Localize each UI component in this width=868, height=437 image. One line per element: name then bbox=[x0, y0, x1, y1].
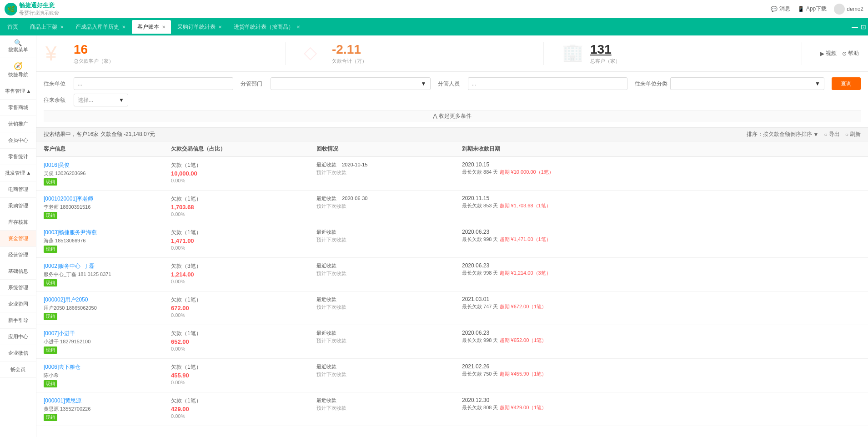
debt-percent: 0.00% bbox=[171, 413, 316, 419]
sidebar-item-system-manage[interactable]: 系统管理 bbox=[0, 280, 36, 296]
sidebar-item-retail-manage[interactable]: 零售管理 ▲ bbox=[0, 83, 36, 100]
customer-name[interactable]: [0003]畅捷服务尹海燕 bbox=[44, 229, 171, 236]
sidebar-item-enterprise-wechat[interactable]: 企业微信 bbox=[0, 345, 36, 362]
results-bar-right: 排序：按欠款金额倒序排序 ▼ ○ 导出 ○ 刷新 bbox=[747, 131, 861, 138]
overdue-link[interactable]: 超期 ¥455.90（1笔） bbox=[500, 371, 547, 377]
sidebar-item-enterprise-collab[interactable]: 企业协同 bbox=[0, 296, 36, 312]
overdue-link[interactable]: 超期 ¥10,000.00（1笔） bbox=[500, 169, 554, 175]
overdue-days: 最长欠款 998 天 超期 ¥652.00（1笔） bbox=[462, 337, 861, 344]
col-recovery: 回收情况 bbox=[316, 145, 462, 153]
tab-close-icon[interactable]: ✕ bbox=[162, 25, 166, 30]
sidebar-item-marketing[interactable]: 营销推广 bbox=[0, 116, 36, 132]
balance-select[interactable]: 选择... ▼ bbox=[74, 94, 128, 106]
filter-row-2: 往来余额 选择... ▼ bbox=[44, 94, 861, 106]
app-download-btn[interactable]: 📱 App下载 bbox=[798, 5, 827, 13]
stats-bar: ¥ 16 总欠款客户（家） ◇ -2.11 欠款合计（万） 🏢 131 总客户（… bbox=[36, 35, 868, 72]
overdue-link[interactable]: 超期 ¥1,214.00（3笔） bbox=[500, 270, 551, 276]
tab-close-icon[interactable]: ✕ bbox=[60, 25, 64, 30]
sidebar-member-center-label: 会员中心 bbox=[2, 137, 34, 144]
sidebar-item-ops-manage[interactable]: 经营管理 bbox=[0, 247, 36, 263]
chevron-down-icon-4: ▼ bbox=[813, 131, 819, 138]
sidebar-item-nav[interactable]: 🧭 快捷导航 bbox=[0, 57, 36, 83]
search-button[interactable]: 查询 bbox=[832, 77, 861, 90]
sidebar-item-app-center[interactable]: 应用中心 bbox=[0, 329, 36, 345]
customer-name[interactable]: [0007]小进干 bbox=[44, 330, 171, 337]
debt-info-cell: 欠款（1笔） 1,471.00 0.00% bbox=[171, 229, 316, 251]
debt-percent: 0.00% bbox=[171, 178, 316, 183]
tab-production-history[interactable]: 产成品入库单历史 ✕ bbox=[70, 20, 131, 34]
person-input[interactable]: ... bbox=[468, 77, 627, 90]
sidebar-marketing-label: 营销推广 bbox=[2, 121, 34, 127]
sidebar-item-capital-manage[interactable]: 资金管理 bbox=[0, 231, 36, 247]
tab-stock-statistics-label: 进货单统计表（按商品） bbox=[234, 23, 294, 31]
overdue-link[interactable]: 超期 ¥672.00（1笔） bbox=[500, 304, 547, 309]
tab-close-icon[interactable]: ✕ bbox=[218, 25, 222, 30]
customer-name[interactable]: [000002]用户2050 bbox=[44, 296, 171, 304]
sidebar-item-member-center[interactable]: 会员中心 bbox=[0, 132, 36, 149]
tab-product-up-down[interactable]: 商品上下架 ✕ bbox=[25, 20, 69, 34]
refresh-btn[interactable]: ○ 刷新 bbox=[845, 131, 861, 138]
sidebar-retail-manage-label: 零售管理 ▲ bbox=[2, 88, 34, 95]
overdue-link[interactable]: 超期 ¥652.00（1笔） bbox=[500, 337, 547, 343]
customer-name[interactable]: [0001020001]李老师 bbox=[44, 195, 171, 203]
table-header: 客户信息 欠款交易信息（占比） 回收情况 到期未收款日期 bbox=[36, 141, 868, 157]
due-date-cell: 2020.11.15 最长欠款 853 天 超期 ¥1,703.68（1笔） bbox=[462, 195, 861, 209]
from-unit-input[interactable]: ... bbox=[74, 77, 233, 90]
unit-classify-select[interactable]: ▼ bbox=[670, 77, 824, 90]
debt-info-cell: 欠款（1笔） 1,703.68 0.00% bbox=[171, 195, 316, 217]
sidebar-item-purchase-manage[interactable]: 采购管理 bbox=[0, 198, 36, 214]
recovery-next: 预计下次收款 bbox=[316, 169, 462, 176]
tab-maximize-icon[interactable]: ⊡ bbox=[861, 23, 866, 30]
customer-name[interactable]: [0002]服务中心_丁磊 bbox=[44, 262, 171, 270]
recovery-next: 预计下次收款 bbox=[316, 337, 462, 344]
tab-close-icon[interactable]: ✕ bbox=[122, 25, 125, 30]
debt-amount: 429.00 bbox=[171, 406, 316, 412]
tab-home[interactable]: 首页 bbox=[2, 20, 24, 34]
help-icon: ⊙ bbox=[842, 50, 847, 57]
customer-info-cell: [0006]去下粮仓 陈小希 现销 bbox=[44, 363, 171, 387]
user-menu[interactable]: demo2 bbox=[834, 4, 863, 15]
customer-phone: 海燕 18513066976 bbox=[44, 237, 171, 244]
sidebar-item-batch-manage[interactable]: 批发管理 ▲ bbox=[0, 165, 36, 181]
customer-name[interactable]: [0006]去下粮仓 bbox=[44, 363, 171, 371]
export-btn[interactable]: ○ 导出 bbox=[824, 131, 840, 138]
total-customers-label: 总客户（家） bbox=[590, 58, 620, 65]
overdue-link[interactable]: 超期 ¥429.00（1笔） bbox=[500, 405, 547, 410]
logo-area: 🌿 畅捷通好生意 母婴行业演示账套 bbox=[5, 1, 59, 16]
sidebar-item-vip-member[interactable]: 畅会员 bbox=[0, 362, 36, 378]
customer-name[interactable]: [0016]吴俊 bbox=[44, 161, 171, 169]
message-btn[interactable]: 💬 消息 bbox=[771, 5, 790, 13]
sidebar-item-retail-mall[interactable]: 零售商城 bbox=[0, 100, 36, 116]
recovery-next: 预计下次收款 bbox=[316, 270, 462, 277]
collapse-label: 收起更多条件 bbox=[439, 113, 472, 119]
sidebar-item-new-guide[interactable]: 新手引导 bbox=[0, 312, 36, 329]
sidebar-new-guide-label: 新手引导 bbox=[2, 317, 34, 324]
sort-control[interactable]: 排序：按欠款金额倒序排序 ▼ bbox=[747, 131, 819, 138]
sidebar-item-inventory[interactable]: 库存核算 bbox=[0, 214, 36, 231]
tab-minimize-icon[interactable]: — bbox=[852, 23, 858, 30]
recovery-cell: 最近收款 2020-10-15 预计下次收款 bbox=[316, 161, 462, 176]
overdue-link[interactable]: 超期 ¥1,471.00（1笔） bbox=[500, 236, 551, 242]
sidebar-item-ecommerce[interactable]: 电商管理 bbox=[0, 181, 36, 198]
tab-customer-account[interactable]: 客户账本 ✕ bbox=[132, 20, 171, 34]
tab-purchase-order[interactable]: 采购订单统计表 ✕ bbox=[172, 20, 227, 34]
recovery-next: 预计下次收款 bbox=[316, 371, 462, 378]
collapse-bar[interactable]: ⋀ 收起更多条件 bbox=[44, 110, 861, 122]
due-date-cell: 2020.12.30 最长欠款 808 天 超期 ¥429.00（1笔） bbox=[462, 397, 861, 411]
sidebar-search[interactable]: 🔍 搜索菜单 bbox=[0, 35, 36, 57]
overdue-link[interactable]: 超期 ¥1,703.68（1笔） bbox=[500, 203, 551, 208]
debt-total-label: 欠款合计（万） bbox=[332, 58, 367, 65]
sidebar-item-retail-stats[interactable]: 零售统计 bbox=[0, 149, 36, 165]
sidebar-item-basic-info[interactable]: 基础信息 bbox=[0, 263, 36, 280]
debt-amount: 1,471.00 bbox=[171, 237, 316, 244]
help-btn[interactable]: ⊙ 帮助 bbox=[842, 50, 859, 57]
stat-yuan-icon: ¥ bbox=[45, 42, 68, 65]
recovery-cell: 最近收款 预计下次收款 bbox=[316, 330, 462, 344]
phone-icon: 📱 bbox=[798, 6, 804, 12]
tab-stock-statistics[interactable]: 进货单统计表（按商品） ✕ bbox=[228, 20, 306, 34]
video-btn[interactable]: ▶ 视频 bbox=[820, 50, 837, 57]
tab-close-icon[interactable]: ✕ bbox=[296, 25, 300, 30]
chevron-down-icon: ▼ bbox=[421, 80, 426, 87]
customer-name[interactable]: [000001]黄思源 bbox=[44, 397, 171, 405]
dept-select[interactable]: ▼ bbox=[271, 77, 430, 90]
